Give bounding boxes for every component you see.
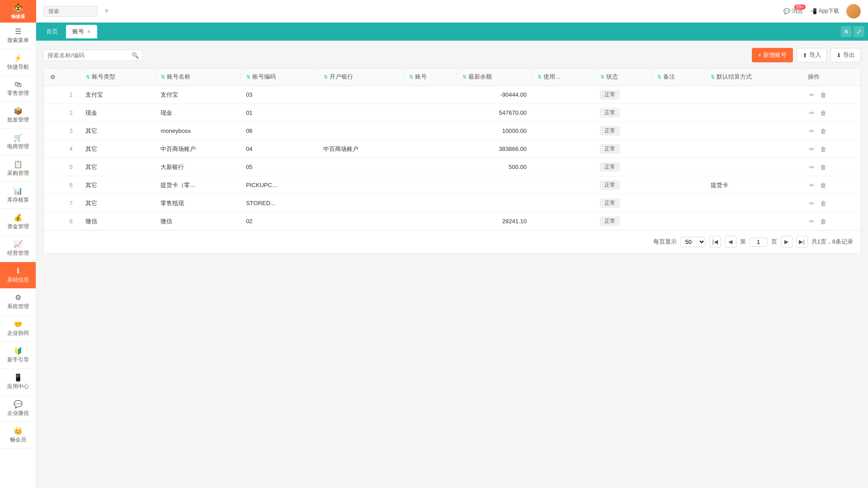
edit-button[interactable]: ✏: [807, 181, 816, 190]
row-usage: [532, 212, 594, 230]
sidebar-item-capital[interactable]: 💰 资金管理: [0, 209, 36, 235]
sidebar-item-inventory[interactable]: 📊 库存核算: [0, 182, 36, 209]
page-input[interactable]: [750, 237, 768, 247]
delete-button[interactable]: 🗑: [818, 145, 828, 154]
sidebar-item-retail[interactable]: 🛍 零售管理: [0, 76, 36, 102]
export-button[interactable]: ⬇ 导出: [830, 48, 861, 62]
delete-button[interactable]: 🗑: [818, 181, 828, 190]
edit-button[interactable]: ✏: [807, 108, 816, 117]
row-status: 正常: [594, 104, 651, 122]
row-gear: [44, 140, 62, 158]
delete-button[interactable]: 🗑: [818, 199, 828, 208]
col-usage[interactable]: ⇅使用...: [532, 68, 594, 86]
sidebar-item-guide[interactable]: 🔰 新手引导: [0, 342, 36, 369]
edit-button[interactable]: ✏: [807, 199, 816, 208]
row-usage: [532, 104, 594, 122]
sidebar-item-system[interactable]: ⚙ 系统管理: [0, 289, 36, 315]
row-balance: 10000.00: [457, 122, 532, 140]
row-usage: [532, 86, 594, 104]
sidebar-item-basic-info[interactable]: ℹ 基础信息: [0, 262, 36, 289]
col-name[interactable]: ⇅账号名称: [155, 68, 241, 86]
delete-button[interactable]: 🗑: [818, 108, 828, 117]
page-size-select[interactable]: 50 100 200: [680, 237, 706, 247]
edit-button[interactable]: ✏: [807, 217, 816, 226]
col-status[interactable]: ⇅状态: [594, 68, 651, 86]
table-row: 7 其它 零售抵现 STORED... 正常 ✏ 🗑: [44, 194, 860, 212]
col-code[interactable]: ⇅账号编码: [241, 68, 318, 86]
row-num: 2: [62, 104, 80, 122]
row-code: PICKUPC...: [241, 176, 318, 194]
tab-accounts-close[interactable]: ✕: [87, 29, 91, 35]
edit-button[interactable]: ✏: [807, 163, 816, 172]
col-default-payment[interactable]: ⇅默认结算方式: [705, 68, 802, 86]
row-name: moneybosx: [155, 122, 241, 140]
sidebar-item-purchase[interactable]: 📋 采购管理: [0, 155, 36, 182]
edit-button[interactable]: ✏: [807, 127, 816, 136]
basic-info-icon: ℹ: [2, 267, 34, 275]
quick-nav-icon: ⚡: [2, 54, 34, 62]
row-default-payment: [705, 140, 802, 158]
page-last-btn[interactable]: ▶|: [796, 236, 808, 248]
delete-button[interactable]: 🗑: [818, 163, 828, 172]
edit-button[interactable]: ✏: [807, 90, 816, 99]
delete-button[interactable]: 🗑: [818, 90, 828, 99]
delete-button[interactable]: 🗑: [818, 127, 828, 136]
row-status: 正常: [594, 122, 651, 140]
status-badge: 正常: [600, 198, 620, 208]
row-account: [403, 158, 457, 176]
tabs-actions: ✕ ⤢: [841, 26, 864, 37]
row-num: 7: [62, 194, 80, 212]
topbar-messages[interactable]: 💬 消息 99+: [783, 7, 803, 15]
tab-home[interactable]: 首页: [40, 25, 64, 38]
sidebar-item-ecommerce[interactable]: 🛒 电商管理: [0, 129, 36, 155]
import-button[interactable]: ⬆ 导入: [797, 48, 827, 62]
row-usage: [532, 140, 594, 158]
sidebar-item-wholesale[interactable]: 📦 批发管理: [0, 102, 36, 129]
row-type: 其它: [80, 158, 155, 176]
sidebar-item-wechat[interactable]: 💬 企业微信: [0, 395, 36, 422]
topbar-app-download[interactable]: 📲 App下载: [810, 7, 839, 15]
search-icon[interactable]: 🔍: [132, 52, 139, 59]
row-gear: [44, 122, 62, 140]
col-type[interactable]: ⇅账号类型: [80, 68, 155, 86]
tab-expand-btn[interactable]: ⤢: [854, 26, 864, 37]
col-account[interactable]: ⇅账号: [403, 68, 457, 86]
sidebar-item-enterprise[interactable]: 🤝 企业协同: [0, 315, 36, 342]
row-usage: [532, 122, 594, 140]
page-total: 共1页，8条记录: [811, 238, 853, 246]
pagination: 每页显示 50 100 200 |◀ ◀ 第 页 ▶ ▶| 共1页，8条记录: [44, 230, 860, 253]
page-prev-btn[interactable]: ◀: [725, 236, 736, 248]
sidebar-item-member[interactable]: 👑 畅会员: [0, 422, 36, 449]
col-remark[interactable]: ⇅备注: [651, 68, 705, 86]
row-type: 现金: [80, 104, 155, 122]
page-next-btn[interactable]: ▶: [781, 236, 793, 248]
col-bank[interactable]: ⇅开户银行: [318, 68, 403, 86]
search-input[interactable]: [47, 52, 129, 59]
sidebar-item-operation[interactable]: 📈 经营管理: [0, 235, 36, 262]
col-balance[interactable]: ⇅最新余额: [457, 68, 532, 86]
col-settings[interactable]: ⚙: [44, 68, 62, 86]
add-account-button[interactable]: + 新增账号: [752, 48, 793, 62]
row-num: 8: [62, 212, 80, 230]
guide-icon: 🔰: [2, 347, 34, 355]
row-actions: ✏ 🗑: [802, 176, 860, 194]
delete-button[interactable]: 🗑: [818, 217, 828, 226]
sidebar-item-search-menu[interactable]: ☰ 搜索菜单: [0, 23, 36, 49]
tab-close-btn[interactable]: ✕: [841, 26, 852, 37]
appcenter-icon: 📱: [2, 373, 34, 382]
row-name: 现金: [155, 104, 241, 122]
edit-button[interactable]: ✏: [807, 145, 816, 154]
row-balance: 500.00: [457, 158, 532, 176]
row-gear: [44, 212, 62, 230]
page-first-btn[interactable]: |◀: [709, 236, 721, 248]
row-account: [403, 122, 457, 140]
sidebar-item-appcenter[interactable]: 📱 应用中心: [0, 369, 36, 395]
topbar-dropdown-icon[interactable]: ▼: [103, 7, 110, 15]
row-actions: ✏ 🗑: [802, 140, 860, 158]
wechat-icon: 💬: [2, 400, 34, 408]
topbar-search-input[interactable]: [43, 6, 98, 17]
row-type: 其它: [80, 194, 155, 212]
sidebar-item-quick-nav[interactable]: ⚡ 快捷导航: [0, 49, 36, 76]
user-avatar[interactable]: [846, 4, 861, 19]
tab-accounts[interactable]: 账号 ✕: [66, 25, 97, 38]
